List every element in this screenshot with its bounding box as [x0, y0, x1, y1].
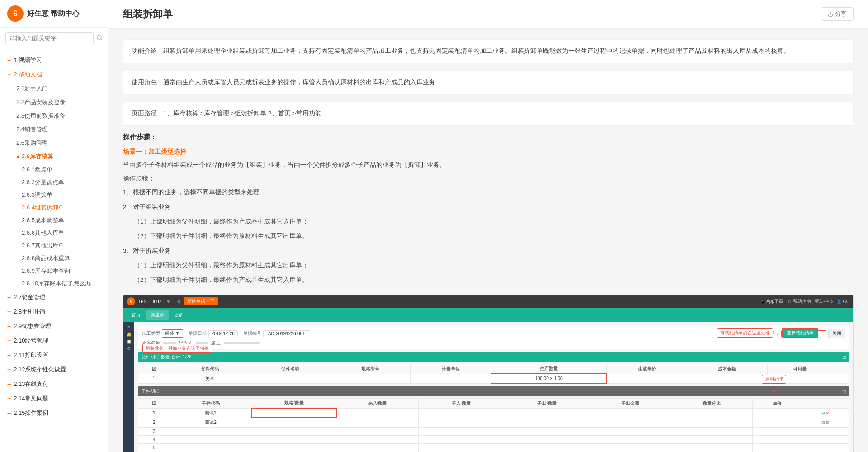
annotation-1-area: 有装配清单的在这里处理 → 选择装配清单: [717, 328, 818, 338]
annotation-1: 有装配清单的在这里处理: [717, 328, 773, 338]
mock-icon-row: 📱 App下载 ☆ 帮助指南 帮助中心 👤 CC: [760, 298, 849, 305]
sidebar-item-2-6-9[interactable]: 2.6.9库存账本查询: [0, 265, 108, 277]
steps-title: 操作步骤：: [123, 133, 854, 142]
annotation-2-area: 组装业务、拆卸业务在这里切换: [142, 344, 212, 353]
mock-expand-icon[interactable]: ⊡: [842, 355, 846, 360]
step1: 1、根据不同的业务，选择不同单据的类型来处理: [123, 187, 854, 198]
mock-new-btn[interactable]: 新建单据一下: [184, 297, 218, 305]
sidebar-item-2-8-label: 2.8手机旺铺: [14, 308, 45, 316]
sidebar-item-2-6-2[interactable]: 2.6.2分量盘点单: [0, 176, 108, 189]
expand-icon-2-13: +: [7, 381, 11, 388]
mock-order-input[interactable]: AD-20191226-001: [263, 330, 310, 337]
logo-area: 6 好生意 帮助中心: [0, 0, 108, 28]
sidebar-item-2-13[interactable]: + 2.13在线支付: [0, 377, 108, 391]
svg-line-1: [101, 39, 102, 40]
expand-icon-1: +: [7, 57, 11, 64]
sidebar-search-area[interactable]: [0, 28, 108, 49]
mock-left-sidebar: ≡ 🔔 📋 ⚙: [123, 322, 134, 452]
intro-block: 功能介绍：组装拆卸单用来处理企业组装或拆卸等加工业务，支持有固定装配清单的产品加…: [123, 39, 854, 63]
mock-nav-bar: 首页 新建单 更多: [123, 308, 853, 322]
sidebar-item-2-1[interactable]: 2.1新手入门: [0, 82, 108, 95]
sidebar-item-2-6-6[interactable]: 2.6.6其他入库单: [0, 227, 108, 239]
search-input[interactable]: [5, 32, 94, 44]
path-text: 页面路径：1、库存核算->库存管理->组装拆卸单 2、首页->常用功能: [132, 110, 321, 117]
share-label: 分享: [835, 10, 847, 18]
sidebar-item-2-8[interactable]: + 2.8手机旺铺: [0, 305, 108, 319]
mock-content-area: 加工类型 组装 ▼ 单据日期 2019-12-28 单据编号 AD-201912…: [134, 322, 853, 452]
mock-type-select[interactable]: 组装 ▼: [162, 329, 183, 338]
scene-desc: 当由多个子件材料组装成一个成品的业务为【组装】业务，当由一个父件拆分成多个子产品…: [123, 160, 854, 171]
scene-title: 场景一：加工类型选择: [123, 148, 854, 156]
expand-icon-2-11: +: [7, 352, 11, 359]
search-button[interactable]: [96, 34, 103, 42]
screenshot-container: 6 TEST-H002 ▼ ⚙ 新建单据一下 📱 App下载 ☆ 帮助指南 帮助…: [123, 295, 854, 452]
sidebar-item-2-12[interactable]: + 2.12系统个性化设置: [0, 362, 108, 377]
page-title: 组装拆卸单: [123, 7, 173, 21]
mock-nav-home[interactable]: 首页: [127, 310, 145, 320]
sidebar-item-2-5[interactable]: 2.5采购管理: [0, 136, 108, 150]
mock-nav-more[interactable]: 更多: [170, 310, 188, 320]
sidebar-item-2-9[interactable]: + 2.9优惠券管理: [0, 319, 108, 333]
sidebar-item-2-15-label: 2.15操作案例: [14, 409, 48, 417]
ops-title: 操作步骤：: [123, 173, 854, 184]
sidebar-item-2-6-7[interactable]: 2.6.7其他出库单: [0, 239, 108, 252]
sidebar-item-1[interactable]: + 1.视频学习: [0, 53, 108, 67]
page-header: 组装拆卸单 分享: [108, 0, 868, 29]
sidebar-item-2-7-label: 2.7资金管理: [14, 293, 45, 301]
expand-icon-2-7: +: [7, 294, 11, 301]
svg-marker-6: [772, 390, 776, 393]
sidebar-item-2-label: 2.帮助文档: [14, 71, 42, 79]
sidebar-item-2-6-4[interactable]: 2.6.4组装拆卸单: [0, 201, 108, 214]
mock-lower-table-area: 子件明细 ⊡ 启用处理: [138, 386, 849, 452]
step2-2: （2）下部明细为子件明细，最终作为原材料生成其它出库单。: [134, 231, 854, 242]
sidebar-item-2-3[interactable]: 2.3使用前数据准备: [0, 109, 108, 123]
sidebar-item-2-6[interactable]: ● 2.6库存核算: [0, 150, 108, 163]
sidebar-item-2-12-label: 2.12系统个性化设置: [14, 366, 66, 374]
sidebar: 6 好生意 帮助中心 + 1.视频学习 − 2.帮助文档 2.1新手入门 2.2…: [0, 0, 108, 452]
expand-icon-2-15: +: [7, 409, 11, 417]
page-content: 功能介绍：组装拆卸单用来处理企业组装或拆卸等加工业务，支持有固定装配清单的产品加…: [108, 29, 868, 452]
sidebar-item-2-2[interactable]: 2.2产品安装及登录: [0, 95, 108, 109]
share-button[interactable]: 分享: [821, 7, 854, 21]
logo-text: 好生意 帮助中心: [27, 9, 80, 19]
role-block: 使用角色：通常由生产人员或库管人员完成拆装业务的操作，库管人员确认原材料的出库和…: [123, 71, 854, 95]
sidebar-item-2-7[interactable]: + 2.7资金管理: [0, 290, 108, 305]
sidebar-item-1-label: 1.视频学习: [14, 56, 42, 64]
sidebar-item-2-10-label: 2.10经营管理: [14, 337, 48, 345]
mock-date-input[interactable]: 2019-12-28: [208, 330, 238, 337]
sidebar-item-2-10[interactable]: + 2.10经营管理: [0, 333, 108, 348]
mock-close-btn[interactable]: 关闭: [828, 329, 845, 338]
step3-1: （1）上部明细为父件明细，最终作为原材料生成其它出库单；: [134, 260, 854, 271]
sidebar-item-2[interactable]: − 2.帮助文档: [0, 67, 108, 82]
role-text: 使用角色：通常由生产人员或库管人员完成拆装业务的操作，库管人员确认原材料的出库和…: [132, 79, 435, 86]
sidebar-item-2-14-label: 2.14常见问题: [14, 395, 48, 403]
svg-point-0: [97, 35, 101, 39]
step3-2: （2）下部明细为子件明细，最终作为产成品生成其它入库单。: [134, 275, 854, 285]
sidebar-item-2-15[interactable]: + 2.15操作案例: [0, 406, 108, 420]
sidebar-item-2-6-10[interactable]: 2.6.10库存账本错了怎么办: [0, 277, 108, 290]
mock-nav-new[interactable]: 新建单: [146, 310, 169, 320]
mock-form-card: 加工类型 组装 ▼ 单据日期 2019-12-28 单据编号 AD-201912…: [138, 326, 849, 349]
sidebar-item-2-6-8[interactable]: 2.6.8商品成本重算: [0, 252, 108, 265]
annotation-2: 组装业务、拆卸业务在这里切换: [142, 344, 212, 353]
sidebar-item-2-6-5[interactable]: 2.6.5成本调整单: [0, 214, 108, 227]
mock-body: ≡ 🔔 📋 ⚙ 加工类型 组装 ▼: [123, 322, 853, 452]
expand-icon-2-9: +: [7, 323, 11, 330]
expand-icon-2-8: +: [7, 308, 11, 315]
mock-expand-icon-lower[interactable]: ⊡: [842, 389, 846, 394]
mock-lower-section-header: 子件明细 ⊡: [138, 386, 849, 396]
sidebar-item-2-11[interactable]: + 2.11打印设置: [0, 348, 108, 362]
sidebar-item-2-6-1[interactable]: 2.6.1盘点单: [0, 163, 108, 176]
sidebar-item-2-9-label: 2.9优惠券管理: [14, 322, 51, 330]
annotation-2-arrow: [179, 348, 192, 357]
mock-select-bom-btn[interactable]: 选择装配清单: [782, 328, 818, 338]
sidebar-item-2-14[interactable]: + 2.14常见问题: [0, 391, 108, 406]
annotation-3: 启用处理: [762, 375, 786, 384]
sidebar-item-2-11-label: 2.11打印设置: [14, 351, 48, 359]
sidebar-item-2-6-3[interactable]: 2.6.3调拨单: [0, 189, 108, 201]
sidebar-item-2-4[interactable]: 2.4销售管理: [0, 123, 108, 136]
expand-icon-2-10: +: [7, 337, 11, 344]
sidebar-nav: + 1.视频学习 − 2.帮助文档 2.1新手入门 2.2产品安装及登录 2.3…: [0, 49, 108, 452]
mock-upper-table-area: 父件明细 数量 合计: 1/26 ⊡ 组装业务、拆卸业务在这里切换: [138, 352, 849, 384]
step2: 2、对于组装业务: [123, 202, 854, 213]
